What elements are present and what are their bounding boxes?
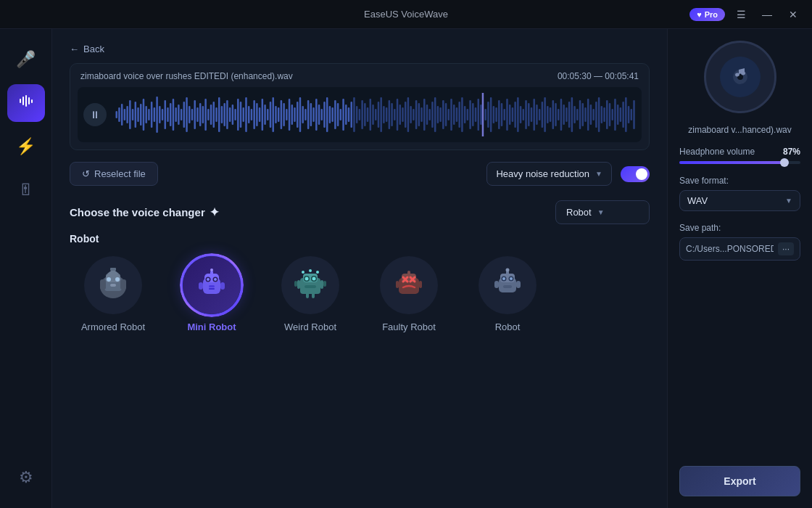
svg-rect-134 (461, 97, 463, 132)
voice-changer-title: Choose the voice changer ✦ (70, 205, 219, 219)
svg-rect-43 (218, 97, 220, 132)
svg-rect-39 (207, 109, 209, 120)
robot-card-robot[interactable]: Robot (464, 256, 551, 332)
svg-rect-112 (402, 107, 403, 122)
svg-rect-163 (542, 102, 543, 128)
svg-rect-26 (173, 99, 174, 131)
minimize-button[interactable]: — (757, 4, 777, 25)
waveform-visual[interactable] (114, 93, 636, 136)
faulty-robot-icon (380, 256, 438, 314)
robot-card-armored[interactable]: Armored Robot (70, 256, 157, 332)
svg-rect-110 (397, 99, 398, 131)
menu-button[interactable]: ☰ (731, 4, 751, 25)
svg-rect-183 (595, 102, 597, 128)
svg-rect-76 (307, 100, 309, 129)
reselect-button[interactable]: ↺ Reselect file (70, 162, 158, 186)
svg-rect-42 (215, 107, 217, 122)
volume-section: Headphone volume 87% (679, 147, 800, 164)
svg-point-248 (502, 277, 505, 280)
svg-rect-16 (145, 106, 146, 123)
sidebar-item-lightning[interactable]: ⚡ (7, 128, 45, 165)
robot-card-weird[interactable]: Weird Robot (267, 256, 354, 332)
sidebar-item-microphone[interactable]: 🎤 (7, 41, 45, 78)
svg-rect-100 (370, 99, 371, 131)
svg-rect-173 (568, 102, 570, 128)
volume-thumb[interactable] (780, 158, 789, 167)
noise-dropdown-arrow: ▼ (595, 170, 602, 178)
close-button[interactable]: ✕ (783, 4, 803, 25)
svg-rect-23 (165, 100, 166, 129)
svg-rect-73 (299, 97, 301, 132)
svg-rect-36 (199, 103, 201, 126)
svg-rect-85 (331, 107, 333, 122)
svg-rect-35 (196, 107, 198, 122)
back-button[interactable]: ← Back (70, 44, 104, 54)
svg-rect-178 (582, 103, 584, 126)
volume-label: Headphone volume (679, 147, 755, 157)
svg-rect-169 (558, 109, 559, 120)
svg-rect-184 (598, 97, 600, 132)
robot-cards: Armored Robot (70, 256, 650, 332)
save-path-value: C:/Users...PONSORED (686, 244, 774, 254)
svg-rect-30 (183, 102, 185, 128)
export-button[interactable]: Export (679, 466, 800, 496)
sidebar-item-equalizer[interactable]: 🎚 (7, 171, 45, 209)
robot-card-mini[interactable]: Mini Robot (168, 256, 255, 332)
svg-rect-170 (560, 99, 562, 131)
svg-rect-176 (576, 109, 578, 120)
svg-rect-75 (304, 109, 306, 120)
svg-rect-229 (323, 281, 326, 287)
voice-category-value: Robot (566, 207, 592, 218)
svg-rect-22 (162, 109, 163, 120)
svg-rect-121 (426, 105, 428, 125)
browse-path-button[interactable]: ··· (778, 242, 794, 255)
svg-rect-166 (550, 107, 551, 122)
svg-rect-188 (609, 103, 610, 126)
svg-rect-37 (202, 106, 204, 123)
svg-rect-179 (584, 107, 586, 122)
robot-label: Robot (495, 321, 521, 332)
svg-rect-94 (353, 97, 355, 132)
svg-rect-46 (226, 100, 228, 129)
svg-rect-152 (512, 107, 513, 122)
svg-rect-7 (121, 104, 123, 126)
svg-rect-48 (232, 105, 233, 125)
waveform-time: 00:05:30 — 00:05:41 (558, 71, 639, 81)
svg-rect-21 (159, 106, 160, 123)
svg-rect-138 (472, 103, 473, 126)
svg-rect-90 (345, 105, 347, 125)
svg-rect-132 (456, 107, 457, 122)
svg-rect-72 (297, 102, 298, 128)
svg-rect-25 (170, 103, 171, 126)
svg-rect-86 (334, 100, 336, 129)
svg-rect-102 (375, 109, 376, 120)
armored-robot-label: Armored Robot (81, 321, 145, 332)
svg-point-224 (312, 277, 316, 281)
svg-rect-0 (20, 99, 21, 103)
svg-rect-77 (310, 103, 312, 126)
svg-point-210 (213, 277, 218, 282)
play-pause-button[interactable]: ⏸ (83, 103, 107, 126)
sidebar-item-settings[interactable]: ⚙ (7, 459, 45, 496)
noise-toggle[interactable] (621, 166, 650, 182)
robot-card-faulty[interactable]: Faulty Robot (365, 256, 452, 332)
controls-row: ↺ Reselect file Heavy noise reduction ▼ (70, 162, 650, 186)
noise-reduction-dropdown[interactable]: Heavy noise reduction ▼ (486, 162, 612, 186)
svg-rect-136 (467, 109, 468, 120)
save-format-select[interactable]: WAV ▼ (679, 190, 800, 211)
svg-rect-68 (286, 109, 287, 120)
svg-rect-200 (100, 279, 106, 290)
voice-category-dropdown[interactable]: Robot ▼ (555, 200, 650, 224)
volume-track[interactable] (679, 161, 800, 164)
svg-rect-137 (469, 100, 471, 129)
svg-rect-4 (31, 99, 33, 103)
waveform-filename: zimaboard voice over rushes EDITEDI (enh… (80, 71, 293, 81)
pro-badge[interactable]: ♥ Pro (689, 8, 725, 21)
svg-rect-118 (418, 103, 420, 126)
svg-rect-140 (478, 99, 479, 131)
save-path-input[interactable]: C:/Users...PONSORED ··· (679, 237, 800, 261)
svg-rect-117 (415, 100, 417, 129)
sidebar-item-waveform[interactable] (7, 84, 45, 122)
svg-rect-84 (329, 106, 331, 123)
svg-rect-28 (178, 105, 179, 125)
